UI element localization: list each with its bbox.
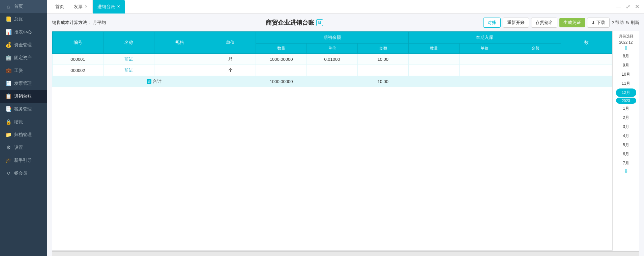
sidebar-item-home[interactable]: ⌂首页: [0, 0, 47, 13]
col-spec: 规格: [154, 32, 205, 54]
sidebar-item-settings[interactable]: ⚙设置: [0, 141, 47, 154]
sidebar-item-close[interactable]: 🔒结账: [0, 116, 47, 128]
scroll-down-btn[interactable]: ⇩: [624, 168, 628, 175]
tab-close-invoice-tab[interactable]: ✕: [85, 5, 88, 8]
year-badge-2023: 2023: [616, 98, 636, 104]
month-item-5月[interactable]: 5月: [616, 141, 636, 149]
month-item-11月[interactable]: 11月: [616, 79, 636, 88]
table-wrapper: 编号 名称 规格 单位 期初余额 本期入库 数 数量 单价: [52, 31, 612, 251]
sidebar-label-invoice-mgmt: 发票管理: [14, 80, 32, 86]
sidebar-item-purchase-sales[interactable]: 📋进销台账: [0, 90, 47, 103]
sidebar-label-archive: 归档管理: [14, 132, 32, 138]
sidebar-item-tax[interactable]: 📑税务管理: [0, 103, 47, 116]
cell-spec: [154, 54, 205, 65]
month-item-7月[interactable]: 7月: [616, 159, 636, 168]
sidebar-item-reports[interactable]: 📊报表中心: [0, 26, 47, 39]
tab-invoice-tab[interactable]: 发票 ✕: [69, 0, 93, 14]
main-table: 编号 名称 规格 单位 期初余额 本期入库 数 数量 单价: [52, 31, 612, 87]
cell-in-price: [459, 65, 510, 76]
month-item-4月[interactable]: 4月: [616, 132, 636, 140]
sidebar-item-guide[interactable]: 🎓新手引导: [0, 154, 47, 167]
sidebar-item-assets[interactable]: 🏢固定资产: [0, 51, 47, 64]
col-inbound: 本期入库: [408, 32, 561, 44]
col-in-amount: 金额: [510, 44, 561, 54]
sidebar-icon-reports: 📊: [5, 29, 11, 35]
bottom-scrollbar[interactable]: [52, 251, 639, 256]
cell-open-price: [307, 65, 358, 76]
top-bar: 销售成本计算方法： 月平均 商贸企业进销台账 目 对账重新开账存货别名生成凭证⬇…: [52, 18, 639, 28]
cell-open-amount: [357, 65, 408, 76]
tab-bar: 首页发票 ✕进销台账 ✕ — ⤢ ✕: [47, 0, 644, 14]
title-info-icon[interactable]: 目: [316, 19, 323, 26]
sidebar-label-settings: 设置: [14, 145, 23, 151]
action-buttons: 对账重新开账存货别名生成凭证⬇下载?帮助↻刷新: [483, 18, 639, 28]
col-open-price: 单价: [307, 44, 358, 54]
table-header-top: 编号 名称 规格 单位 期初余额 本期入库 数: [53, 32, 612, 44]
month-item-6月[interactable]: 6月: [616, 150, 636, 158]
cell-extra: [561, 54, 612, 65]
sidebar-icon-purchase-sales: 📋: [5, 93, 11, 99]
cell-open-price: 0.01000: [307, 54, 358, 65]
duizhang-button[interactable]: 对账: [483, 18, 501, 28]
sidebar-icon-tax: 📑: [5, 106, 11, 112]
window-controls: — ⤢ ✕: [614, 2, 641, 11]
cell-unit: 只: [205, 54, 256, 65]
total-in-amount: [510, 76, 561, 87]
close-button[interactable]: ✕: [634, 2, 641, 11]
content-area: 销售成本计算方法： 月平均 商贸企业进销台账 目 对账重新开账存货别名生成凭证⬇…: [47, 14, 644, 256]
reset-button[interactable]: 重新开账: [503, 18, 529, 28]
sidebar-item-invoice-mgmt[interactable]: 🧾发票管理: [0, 77, 47, 90]
col-extra: 数: [561, 32, 612, 54]
sidebar-icon-settings: ⚙: [5, 145, 11, 151]
cell-in-amount: [510, 65, 561, 76]
month-item-9月[interactable]: 9月: [616, 61, 636, 70]
month-item-2月[interactable]: 2月: [616, 113, 636, 122]
sidebar-label-home: 首页: [14, 3, 23, 9]
sidebar-item-archive[interactable]: 📁归档管理: [0, 128, 47, 141]
scroll-up-btn[interactable]: ⇧: [624, 45, 628, 52]
month-item-1月[interactable]: 1月: [616, 104, 636, 113]
tab-purchase-sales-tab[interactable]: 进销台账 ✕: [93, 0, 125, 14]
sidebar: ⌂首页📒总账📊报表中心💰资金管理🏢固定资产💼工资🧾发票管理📋进销台账📑税务管理🔒…: [0, 0, 47, 256]
cell-name[interactable]: 前缸: [103, 65, 154, 76]
sidebar-icon-ledger: 📒: [5, 16, 11, 22]
table-body: 000001 前缸 只 1000.00000 0.01000 10.00 000…: [53, 54, 612, 87]
sidebar-icon-home: ⌂: [5, 4, 11, 9]
sidebar-icon-wages: 💼: [5, 68, 11, 74]
sidebar-icon-archive: 📁: [5, 132, 11, 138]
month-item-3月[interactable]: 3月: [616, 123, 636, 131]
cell-in-qty: [408, 65, 459, 76]
cell-open-qty: [256, 65, 307, 76]
cell-name[interactable]: 前缸: [103, 54, 154, 65]
sidebar-icon-assets: 🏢: [5, 55, 11, 61]
refresh-button[interactable]: ↻刷新: [626, 20, 639, 26]
sidebar-item-member[interactable]: V畅会员: [0, 167, 47, 180]
month-item-12月[interactable]: 12月: [616, 88, 636, 97]
col-code: 编号: [53, 32, 104, 54]
sidebar-icon-member: V: [5, 171, 11, 176]
cost-method-value: 月平均: [93, 20, 106, 25]
sidebar-icon-funds: 💰: [5, 42, 11, 48]
tab-close-purchase-sales-tab[interactable]: ✕: [117, 5, 120, 8]
month-item-8月[interactable]: 8月: [616, 52, 636, 60]
sidebar-item-wages[interactable]: 💼工资: [0, 64, 47, 77]
cell-spec: [154, 65, 205, 76]
minimize-button[interactable]: —: [614, 2, 622, 11]
help-button[interactable]: ?帮助: [612, 20, 624, 26]
sidebar-label-purchase-sales: 进销台账: [14, 93, 32, 99]
download-button[interactable]: ⬇下载: [587, 18, 610, 28]
sidebar-icon-close: 🔒: [5, 119, 11, 125]
month-item-10月[interactable]: 10月: [616, 70, 636, 79]
total-in-qty: [408, 76, 459, 87]
save-alias-button[interactable]: 存货别名: [531, 18, 557, 28]
sidebar-item-ledger[interactable]: 📒总账: [0, 13, 47, 26]
table-total-row: 合 合计 1000.00000 10.00: [53, 76, 612, 87]
maximize-button[interactable]: ⤢: [624, 2, 632, 11]
sidebar-label-assets: 固定资产: [14, 55, 32, 61]
generate-voucher-button[interactable]: 生成凭证: [559, 18, 585, 27]
cell-in-price: [459, 54, 510, 65]
main-area: 首页发票 ✕进销台账 ✕ — ⤢ ✕ 销售成本计算方法： 月平均 商贸企业进销台…: [47, 0, 644, 256]
sidebar-item-funds[interactable]: 💰资金管理: [0, 39, 47, 51]
tab-home-tab[interactable]: 首页: [51, 0, 69, 14]
total-open-price: [307, 76, 358, 87]
